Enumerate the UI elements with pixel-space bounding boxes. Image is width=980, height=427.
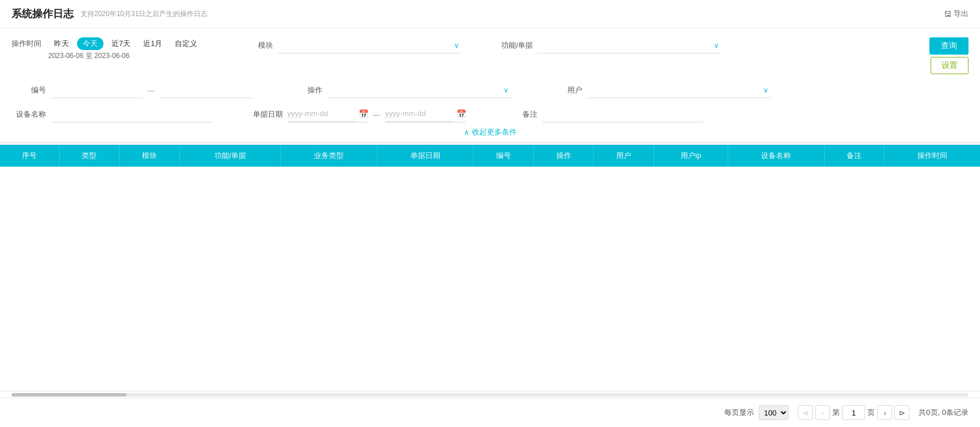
user-select-wrapper: ∨ [587, 82, 771, 98]
col-doc-date: 单据日期 [377, 145, 474, 167]
time-btn-1month[interactable]: 近1月 [139, 37, 167, 50]
pagination-nav: ⊲ ‹ 第 页 › ⊳ [798, 405, 909, 420]
col-function: 功能/单据 [179, 145, 280, 167]
code-dash: — [147, 86, 155, 95]
per-page-select[interactable]: 100 20 50 200 [759, 405, 789, 420]
export-button[interactable]: 🖫 导出 [944, 9, 969, 19]
module-select-wrapper: ∨ [278, 37, 462, 53]
prev-page-button[interactable]: ‹ [815, 405, 830, 420]
col-operation: 操作 [533, 145, 593, 167]
col-device-name: 设备名称 [728, 145, 824, 167]
date-dash: — [373, 110, 381, 119]
total-label: 共0页, 0条记录 [918, 407, 969, 418]
function-select[interactable] [537, 41, 721, 49]
operation-label: 操作 [288, 85, 322, 95]
page-title: 系统操作日志 [11, 7, 74, 21]
doc-date-start-input[interactable] [287, 106, 356, 122]
first-page-button[interactable]: ⊲ [798, 405, 813, 420]
col-type: 类型 [59, 145, 119, 167]
user-label: 用户 [548, 85, 582, 95]
operation-select[interactable] [327, 86, 511, 94]
scroll-thumb [11, 393, 126, 397]
time-btn-7days[interactable]: 近7天 [107, 37, 135, 50]
col-user-ip: 用户ip [654, 145, 728, 167]
col-user: 用户 [594, 145, 654, 167]
doc-date-label: 单据日期 [248, 109, 283, 120]
time-btn-today[interactable]: 今天 [77, 37, 103, 50]
col-op-time: 操作时间 [884, 145, 980, 167]
col-remark: 备注 [824, 145, 884, 167]
operation-select-wrapper: ∨ [327, 82, 511, 98]
function-label: 功能/单据 [498, 40, 533, 51]
query-button[interactable]: 查询 [929, 37, 969, 55]
doc-date-end-input[interactable] [385, 106, 454, 122]
time-range-display: 2023-06-06 至 2023-06-06 [48, 52, 129, 60]
calendar-start-icon[interactable]: 📅 [359, 109, 368, 118]
col-module: 模块 [120, 145, 179, 167]
device-input[interactable] [51, 106, 212, 122]
scroll-area[interactable] [0, 391, 980, 398]
per-page-label: 每页显示 [724, 407, 754, 418]
scroll-track [11, 393, 969, 397]
code-end-input[interactable] [159, 82, 251, 98]
pagination-area: 每页显示 100 20 50 200 ⊲ ‹ 第 页 › ⊳ 共0页, 0条记录 [0, 398, 980, 427]
table-area: 序号 类型 模块 功能/单据 业务类型 单据日期 编号 操作 用户 用户ip 设… [0, 145, 980, 391]
page-prefix-label: 第 [832, 407, 840, 418]
settings-button[interactable]: 设置 [931, 57, 969, 74]
module-select[interactable] [278, 41, 462, 49]
col-code: 编号 [474, 145, 533, 167]
export-icon: 🖫 [944, 10, 951, 18]
code-start-input[interactable] [51, 82, 143, 98]
page-number-input[interactable] [842, 405, 865, 420]
page-suffix-label: 页 [867, 407, 875, 418]
user-select[interactable] [587, 86, 771, 94]
col-biz-type: 业务类型 [281, 145, 378, 167]
code-label: 编号 [11, 85, 46, 95]
function-select-wrapper: ∨ [537, 37, 721, 53]
last-page-button[interactable]: ⊳ [894, 405, 909, 420]
table-header-row: 序号 类型 模块 功能/单据 业务类型 单据日期 编号 操作 用户 用户ip 设… [0, 145, 980, 167]
collapse-bar[interactable]: ∧ 收起更多条件 [0, 122, 980, 143]
page-subtitle: 支持2020年10月31日之后产生的操作日志 [80, 9, 207, 19]
calendar-end-icon[interactable]: 📅 [456, 109, 466, 118]
collapse-up-icon: ∧ [464, 128, 470, 137]
time-options: 昨天 今天 近7天 近1月 自定义 [49, 37, 202, 50]
remark-label: 备注 [503, 109, 537, 120]
module-label: 模块 [239, 40, 273, 51]
next-page-button[interactable]: › [877, 405, 892, 420]
device-label: 设备名称 [11, 109, 46, 120]
action-buttons: 查询 设置 [929, 37, 969, 74]
collapse-label: 收起更多条件 [472, 127, 517, 137]
data-table: 序号 类型 模块 功能/单据 业务类型 单据日期 编号 操作 用户 用户ip 设… [0, 145, 980, 167]
time-btn-custom[interactable]: 自定义 [170, 37, 202, 50]
remark-input[interactable] [542, 106, 703, 122]
time-btn-yesterday[interactable]: 昨天 [49, 37, 74, 50]
col-seq: 序号 [0, 145, 59, 167]
export-label: 导出 [954, 9, 969, 19]
time-label: 操作时间 [11, 39, 41, 49]
